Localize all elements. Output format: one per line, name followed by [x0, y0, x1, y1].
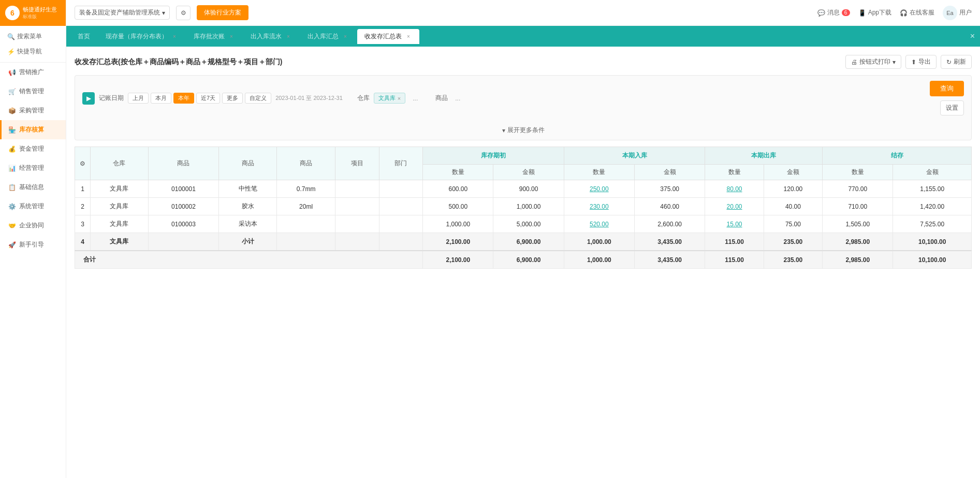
sidebar-item-marketing[interactable]: 📢 营销推广 — [0, 63, 66, 82]
cell-link[interactable]: 20.00 — [726, 203, 742, 210]
tab-recv-summary-close[interactable]: × — [405, 33, 412, 40]
sidebar-item-guide[interactable]: 🚀 新手引导 — [0, 235, 66, 254]
sales-icon: 🛒 — [8, 88, 16, 95]
tab-inout-flow-close[interactable]: × — [285, 33, 292, 40]
table-cell — [335, 233, 379, 251]
inventory-icon: 🏪 — [8, 126, 16, 134]
query-button[interactable]: 查询 — [930, 81, 964, 96]
sidebar-nav: 📢 营销推广 🛒 销售管理 📦 采购管理 🏪 库存核算 💰 资金管理 📊 经营管… — [0, 63, 66, 478]
cell-link[interactable]: 80.00 — [726, 185, 742, 193]
mobile-icon: 📱 — [858, 9, 866, 17]
goods-more-btn[interactable]: ... — [452, 94, 463, 103]
tab-inout-flow[interactable]: 出入库流水 × — [243, 29, 299, 44]
table-cell[interactable]: 250.00 — [564, 180, 634, 198]
tab-recv-summary[interactable]: 收发存汇总表 × — [357, 29, 419, 44]
col-bal-amt-header: 金额 — [893, 165, 972, 180]
warehouse-more-btn[interactable]: ... — [409, 94, 421, 103]
date-btn-this-year[interactable]: 本年 — [173, 93, 194, 104]
page-title: 收发存汇总表(按仓库＋商品编码＋商品＋规格型号＋项目＋部门) — [75, 57, 282, 67]
table-cell — [335, 215, 379, 233]
tab-recv-summary-label: 收发存汇总表 — [364, 32, 402, 41]
footer-open-amt: 6,900.00 — [493, 251, 564, 269]
tabbar: 首页 现存量（库存分布表） × 库存批次账 × 出入库流水 × 出入库汇总 × … — [66, 26, 980, 47]
date-btn-custom[interactable]: 自定义 — [245, 93, 271, 104]
tab-batch-ledger-close[interactable]: × — [228, 33, 235, 40]
cell-link[interactable]: 250.00 — [590, 185, 609, 193]
table-cell[interactable]: 520.00 — [564, 215, 634, 233]
date-btn-more[interactable]: 更多 — [222, 93, 243, 104]
sidebar-item-sales[interactable]: 🛒 销售管理 — [0, 82, 66, 101]
footer-bal-amt: 10,100.00 — [893, 251, 972, 269]
print-button[interactable]: 🖨 按钮式打印 ▾ — [845, 55, 901, 69]
finance-icon: 💰 — [8, 146, 16, 153]
tab-inout-summary[interactable]: 出入库汇总 × — [300, 29, 356, 44]
search-menu-link[interactable]: 🔍 搜索菜单 — [4, 30, 62, 43]
filter-toggle[interactable]: ▶ — [82, 92, 95, 105]
tab-inventory-dist-close[interactable]: × — [171, 33, 178, 40]
table-cell[interactable]: 80.00 — [705, 180, 764, 198]
cell-link[interactable]: 230.00 — [590, 203, 609, 210]
table-row: 4文具库小计2,100.006,900.001,000.003,435.0011… — [75, 233, 972, 251]
content-area: 收发存汇总表(按仓库＋商品编码＋商品＋规格型号＋项目＋部门) 🖨 按钮式打印 ▾… — [66, 47, 980, 478]
try-industry-button[interactable]: 体验行业方案 — [197, 5, 248, 20]
sidebar-item-system[interactable]: ⚙️ 系统管理 — [0, 197, 66, 216]
export-button[interactable]: ⬆ 导出 — [905, 55, 937, 69]
page: 收发存汇总表(按仓库＋商品编码＋商品＋规格型号＋项目＋部门) 🖨 按钮式打印 ▾… — [66, 47, 980, 478]
date-btn-last-month[interactable]: 上月 — [128, 93, 149, 104]
sidebar-item-inventory[interactable]: 🏪 库存核算 — [0, 120, 66, 139]
table-cell[interactable]: 15.00 — [705, 215, 764, 233]
table-cell: 900.00 — [493, 180, 564, 198]
sidebar-item-purchase[interactable]: 📦 采购管理 — [0, 101, 66, 120]
message-action[interactable]: 💬 消息 6 — [817, 8, 850, 17]
table-cell — [335, 198, 379, 215]
col-out-amt-header: 金额 — [764, 165, 822, 180]
online-service-action[interactable]: 🎧 在线客服 — [900, 8, 934, 17]
table-cell: 0100001 — [148, 180, 218, 198]
app-subtitle: 标准版 — [23, 13, 57, 20]
table-cell[interactable]: 20.00 — [705, 198, 764, 215]
filter-settings-button[interactable]: 设置 — [940, 100, 964, 115]
table-cell: 1 — [75, 180, 91, 198]
table-cell: 40.00 — [764, 198, 822, 215]
tab-inout-summary-close[interactable]: × — [342, 33, 349, 40]
tab-inventory-dist[interactable]: 现存量（库存分布表） × — [98, 29, 185, 44]
col-in-header: 本期入库 — [564, 147, 705, 165]
warehouse-tag-close[interactable]: × — [398, 95, 401, 102]
expand-filter-btn[interactable]: ▾ 展开更多条件 — [502, 126, 545, 135]
table-cell: 235.00 — [764, 233, 822, 251]
table-cell: 1,000.00 — [564, 233, 634, 251]
settings-button[interactable]: ⚙ — [176, 6, 191, 20]
headset-icon: 🎧 — [900, 9, 908, 17]
sidebar-item-finance[interactable]: 💰 资金管理 — [0, 139, 66, 158]
search-icon: 🔍 — [7, 33, 15, 40]
chevron-down-icon: ▾ — [162, 9, 165, 17]
date-btn-7days[interactable]: 近7天 — [196, 93, 220, 104]
cell-link[interactable]: 15.00 — [726, 221, 742, 228]
operations-icon: 📊 — [8, 165, 16, 172]
close-all-tabs[interactable]: × — [970, 32, 975, 41]
sidebar-item-cooperation[interactable]: 🤝 企业协同 — [0, 216, 66, 235]
col-settings-header[interactable]: ⚙ — [75, 147, 91, 180]
sidebar-item-operations[interactable]: 📊 经营管理 — [0, 158, 66, 178]
tab-home[interactable]: 首页 — [70, 29, 97, 44]
marketing-icon: 📢 — [8, 69, 16, 76]
table-cell: 采访本 — [219, 215, 277, 233]
refresh-button[interactable]: ↻ 刷新 — [941, 55, 972, 69]
cell-link[interactable]: 520.00 — [590, 221, 609, 228]
page-header: 收发存汇总表(按仓库＋商品编码＋商品＋规格型号＋项目＋部门) 🖨 按钮式打印 ▾… — [75, 55, 972, 69]
quick-nav-link[interactable]: ⚡ 快捷导航 — [4, 45, 62, 58]
table-cell[interactable]: 230.00 — [564, 198, 634, 215]
sidebar-item-basic[interactable]: 📋 基础信息 — [0, 178, 66, 197]
table-row: 1文具库0100001中性笔0.7mm600.00900.00250.00375… — [75, 180, 972, 198]
table-cell: 文具库 — [91, 198, 149, 215]
system-selector[interactable]: 装备及固定资产辅助管理系统 ▾ — [75, 6, 170, 20]
main-area: 装备及固定资产辅助管理系统 ▾ ⚙ 体验行业方案 💬 消息 6 📱 App下载 … — [66, 0, 980, 478]
app-download-action[interactable]: 📱 App下载 — [858, 8, 891, 17]
tab-batch-ledger[interactable]: 库存批次账 × — [186, 29, 242, 44]
lightning-icon: ⚡ — [7, 48, 15, 55]
sidebar-logo: 6 畅捷通好生意 标准版 — [0, 0, 66, 26]
date-btn-this-month[interactable]: 本月 — [151, 93, 171, 104]
tab-batch-ledger-label: 库存批次账 — [194, 32, 225, 41]
footer-out-amt: 235.00 — [764, 251, 822, 269]
user-action[interactable]: Ea 用户 — [943, 6, 972, 20]
